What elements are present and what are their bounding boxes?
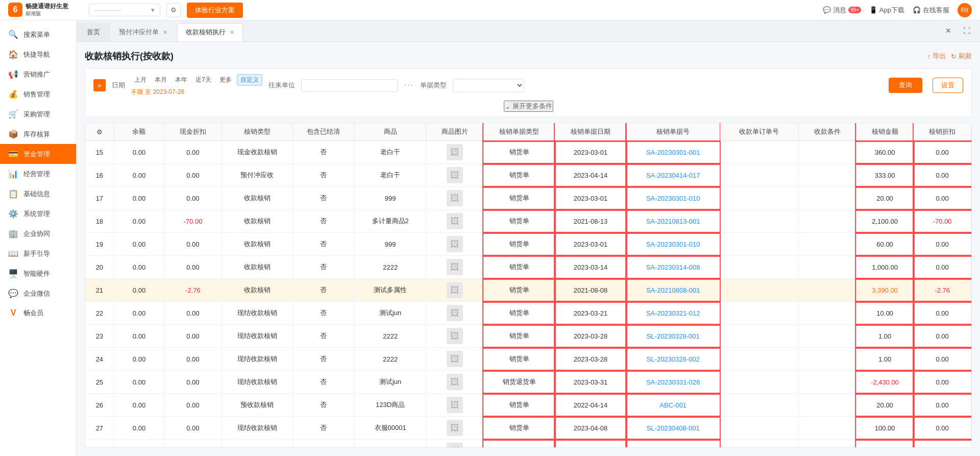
- sidebar-label-system: 系统管理: [23, 209, 50, 219]
- cell-goods: 2222: [354, 325, 426, 348]
- cell-writeoff-discount: 0.00: [914, 187, 971, 210]
- bill-no-link[interactable]: SL-20230328-001: [647, 332, 700, 340]
- tab-prepay[interactable]: 预付冲应付单 ✕: [110, 23, 176, 41]
- sidebar-item-nav[interactable]: 🏠 快捷导航: [0, 44, 76, 64]
- online-service-item[interactable]: 🎧 在线客服: [913, 6, 949, 15]
- cell-include-settled: 否: [292, 141, 354, 164]
- cell-cash-discount: 0.00: [164, 325, 222, 348]
- counterpart-input[interactable]: [301, 79, 398, 92]
- sidebar-item-hardware[interactable]: 🖥️ 智能硬件: [0, 263, 76, 283]
- cell-receipt-condition: [799, 440, 856, 448]
- bill-no-link[interactable]: SA-20210808-001: [646, 286, 700, 294]
- cell-goods: 2222: [354, 440, 426, 448]
- sidebar-item-inventory[interactable]: 📦 库存核算: [0, 124, 76, 144]
- cell-bill-report-type: 销货单: [483, 417, 554, 440]
- bill-no-link[interactable]: SA-20230314-008: [646, 263, 700, 271]
- refresh-button[interactable]: ↻ 刷新: [951, 52, 972, 61]
- query-button[interactable]: 查询: [889, 78, 922, 93]
- sidebar-item-purchase[interactable]: 🛒 采购管理: [0, 104, 76, 124]
- sidebar-item-search[interactable]: 🔍 搜索菜单: [0, 25, 76, 44]
- cell-cash-discount: 0.00: [164, 371, 222, 394]
- receipt-tab-close[interactable]: ✕: [230, 29, 234, 36]
- bill-no-link[interactable]: SA-20230301-010: [646, 241, 700, 248]
- settings-button[interactable]: 设置: [933, 78, 963, 93]
- user-avatar[interactable]: Rit: [958, 3, 972, 17]
- top-middle: ———— ▾ ⚙ 体验行业方案: [89, 3, 819, 18]
- date-more-btn[interactable]: 更多: [216, 74, 235, 86]
- cell-goods: 999: [354, 233, 426, 256]
- table-row: 22 0.00 0.00 现结收款核销 否 测试jun 🖼 销货单 2023-0…: [85, 302, 971, 325]
- sidebar-item-system[interactable]: ⚙️ 系统管理: [0, 204, 76, 224]
- sidebar-item-marketing[interactable]: 📢 营销推广: [0, 64, 76, 84]
- sidebar-item-finance[interactable]: 💳 资金管理: [0, 144, 76, 164]
- th-bill-date: 核销单据日期: [555, 123, 627, 141]
- filter-collapse-button[interactable]: »: [93, 79, 106, 91]
- industry-button[interactable]: 体验行业方案: [187, 3, 243, 18]
- date-7days-btn[interactable]: 近7天: [192, 74, 214, 86]
- th-include-settled: 包含已结清: [292, 123, 354, 141]
- cell-writeoff-type: 收款核销: [222, 256, 292, 279]
- sidebar-item-sales[interactable]: 💰 销售管理: [0, 84, 76, 104]
- expand-more-button[interactable]: ⌄ 展开更多条件: [504, 101, 553, 112]
- app-name: 畅捷通谱好生意: [26, 3, 68, 10]
- cell-bill-report-type: 销货单: [483, 348, 554, 371]
- cell-goods-image: 🖼: [426, 394, 484, 417]
- app-download-item[interactable]: 📱 App下载: [869, 6, 904, 15]
- tab-receipt[interactable]: 收款核销执行 ✕: [177, 23, 243, 41]
- bill-no-link[interactable]: SA-20230331-026: [646, 378, 700, 386]
- tab-close-all-button[interactable]: ✕: [941, 23, 955, 38]
- table-row: 18 0.00 -70.00 收款核销 否 多计量商品2 🖼 销货单 2021-…: [85, 210, 971, 233]
- sidebar-item-guide[interactable]: 📖 新手引导: [0, 244, 76, 263]
- bill-type-select[interactable]: [453, 79, 524, 92]
- basic-icon: 📋: [8, 189, 18, 199]
- table-container[interactable]: ⚙ 余额 现金折扣 核销类型 包含已结清 商品 商品图片 核销单据类型 核销单据…: [85, 123, 972, 448]
- message-item[interactable]: 💬 消息 99+: [823, 6, 861, 15]
- sidebar-item-wechat[interactable]: 💬 企业微信: [0, 283, 76, 303]
- bill-no-link[interactable]: SL-20230418-001: [647, 447, 700, 448]
- date-this-year-btn[interactable]: 本年: [172, 74, 190, 86]
- bill-no-link[interactable]: SA-20230301-010: [646, 195, 700, 202]
- date-custom-btn[interactable]: 自定义: [237, 74, 262, 86]
- bill-no-link[interactable]: SA-20230321-012: [646, 309, 700, 317]
- bill-no-link[interactable]: ABC-001: [659, 401, 687, 409]
- bill-no-link[interactable]: SL-20230328-002: [647, 355, 700, 363]
- table-row: 25 0.00 0.00 现结收款核销 否 测试jun 🖼 销货退货单 2023…: [85, 371, 971, 394]
- cell-id: 15: [85, 141, 114, 164]
- cell-bill-date: 2021-08-08: [555, 279, 627, 302]
- sidebar-item-basic[interactable]: 📋 基础信息: [0, 184, 76, 204]
- cell-goods: 测试jun: [354, 371, 426, 394]
- gear-button[interactable]: ⚙: [166, 3, 181, 17]
- cell-writeoff-discount: 0.00: [914, 302, 971, 325]
- cell-goods: 测试多属性: [354, 279, 426, 302]
- cell-include-settled: 否: [292, 210, 354, 233]
- sidebar-item-corp[interactable]: 🏢 企业协同: [0, 224, 76, 244]
- th-balance: 余额: [114, 123, 164, 141]
- bill-no-link[interactable]: SA-20230301-001: [646, 149, 700, 156]
- sidebar-item-member[interactable]: V 畅会员: [0, 303, 76, 323]
- cell-receipt-order-no: [720, 141, 799, 164]
- tab-expand-button[interactable]: ⛶: [960, 23, 974, 38]
- bill-no-link[interactable]: SL-20230408-001: [647, 424, 700, 432]
- filter-dots: ···: [404, 81, 414, 90]
- cell-goods-image: 🖼: [426, 440, 484, 448]
- sidebar-label-inventory: 库存核算: [23, 130, 50, 139]
- cell-goods: 999: [354, 187, 426, 210]
- date-last-month-btn[interactable]: 上月: [131, 74, 150, 86]
- sidebar-item-operation[interactable]: 📊 经营管理: [0, 164, 76, 184]
- cell-bill-no: SL-20230328-001: [626, 325, 720, 348]
- logo-icon: 6: [8, 3, 22, 17]
- tab-home[interactable]: 首页: [77, 23, 110, 41]
- cell-include-settled: 否: [292, 187, 354, 210]
- table-row: 20 0.00 0.00 收款核销 否 2222 🖼 销货单 2023-03-1…: [85, 256, 971, 279]
- table-row: 23 0.00 0.00 现结收款核销 否 2222 🖼 销货单 2023-03…: [85, 325, 971, 348]
- cell-bill-report-type: 销货单: [483, 302, 554, 325]
- cell-receipt-order-no: [720, 279, 799, 302]
- user-select[interactable]: ———— ▾: [89, 4, 160, 16]
- th-settings[interactable]: ⚙: [85, 123, 114, 141]
- prepay-tab-close[interactable]: ✕: [163, 29, 167, 36]
- bill-no-link[interactable]: SA-20230414-017: [646, 172, 700, 179]
- export-button[interactable]: ↑ 导出: [927, 52, 946, 61]
- bill-no-link[interactable]: SA-20210813-001: [646, 218, 700, 225]
- date-this-month-btn[interactable]: 本月: [152, 74, 170, 86]
- cell-balance: 0.00: [114, 210, 164, 233]
